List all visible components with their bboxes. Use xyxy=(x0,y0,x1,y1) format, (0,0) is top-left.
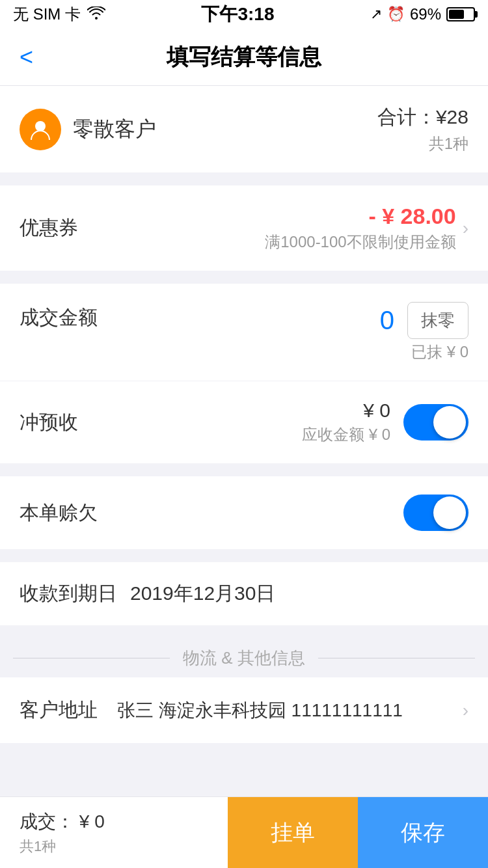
location-icon: ↗ xyxy=(370,6,382,23)
toggle-knob-2 xyxy=(433,496,466,529)
customer-name: 零散客户 xyxy=(73,115,156,144)
prepay-row: 冲预收 ¥ 0 应收金额 ¥ 0 xyxy=(0,381,488,463)
wifi-icon xyxy=(87,5,105,23)
nav-bar: < 填写结算等信息 xyxy=(0,29,488,86)
status-time: 下午3:18 xyxy=(201,2,274,27)
round-zero-button[interactable]: 抹零 xyxy=(407,302,468,339)
save-button[interactable]: 保存 xyxy=(358,797,488,869)
coupon-row[interactable]: 优惠券 - ¥ 28.00 满1000-100不限制使用金额 › xyxy=(0,185,488,271)
bottom-bar: 成交： ¥ 0 共1种 挂单 保存 xyxy=(0,796,488,868)
carrier-label: 无 SIM 卡 xyxy=(13,4,81,25)
transaction-sub: 已抹 ¥ 0 xyxy=(380,342,468,362)
address-label: 客户地址 xyxy=(20,697,98,724)
status-left: 无 SIM 卡 xyxy=(13,4,105,25)
summary-value: ¥ 0 xyxy=(79,811,105,832)
prepay-amounts: ¥ 0 应收金额 ¥ 0 xyxy=(302,400,390,445)
prepay-toggle[interactable] xyxy=(403,404,468,441)
coupon-section: 优惠券 - ¥ 28.00 满1000-100不限制使用金额 › xyxy=(0,185,488,271)
customer-left: 零散客户 xyxy=(20,109,156,150)
prepay-right: ¥ 0 应收金额 ¥ 0 xyxy=(302,400,468,445)
customer-avatar xyxy=(20,109,61,150)
arrears-label: 本单赊欠 xyxy=(20,500,98,526)
address-value: 张三 海淀永丰科技园 11111111111 xyxy=(117,698,443,723)
coupon-amount: - ¥ 28.00 xyxy=(265,204,455,229)
summary-amount: 成交： ¥ 0 xyxy=(20,809,208,834)
chevron-right-icon: › xyxy=(463,218,468,239)
toggle-knob xyxy=(433,406,466,439)
transaction-value: 0 xyxy=(380,306,394,335)
due-date-row: 收款到期日 2019年12月30日 xyxy=(0,562,488,625)
battery-icon xyxy=(446,7,475,21)
prepay-label: 冲预收 xyxy=(20,409,78,436)
divider-line-right xyxy=(318,658,475,658)
page-title: 填写结算等信息 xyxy=(167,42,321,72)
battery-label: 69% xyxy=(410,5,441,23)
total-count: 共1种 xyxy=(377,133,468,154)
prepay-value: ¥ 0 xyxy=(302,400,390,422)
hold-button[interactable]: 挂单 xyxy=(228,797,358,869)
address-row[interactable]: 客户地址 张三 海淀永丰科技园 11111111111 › xyxy=(0,677,488,743)
divider-line-left xyxy=(13,658,170,658)
summary-label: 成交： xyxy=(20,811,74,832)
coupon-label: 优惠券 xyxy=(20,215,78,241)
coupon-desc: 满1000-100不限制使用金额 xyxy=(265,232,455,252)
due-date-value: 2019年12月30日 xyxy=(130,580,275,607)
content: 零散客户 合计：¥28 共1种 优惠券 - ¥ 28.00 满1000-100不… xyxy=(0,86,488,834)
transaction-label: 成交金额 xyxy=(20,302,98,331)
customer-row: 零散客户 合计：¥28 共1种 xyxy=(0,86,488,172)
alarm-icon: ⏰ xyxy=(387,6,405,23)
address-section: 客户地址 张三 海淀永丰科技园 11111111111 › xyxy=(0,677,488,743)
total-amount: 合计：¥28 xyxy=(377,104,468,131)
address-chevron-icon: › xyxy=(463,700,468,721)
status-right: ↗ ⏰ 69% xyxy=(370,5,475,23)
customer-summary: 合计：¥28 共1种 xyxy=(377,104,468,154)
summary-count: 共1种 xyxy=(20,837,208,856)
prepay-sub: 应收金额 ¥ 0 xyxy=(302,424,390,445)
back-button[interactable]: < xyxy=(20,37,40,77)
transaction-amount-row: 成交金额 0 抹零 已抹 ¥ 0 xyxy=(0,284,488,381)
amount-right: 0 抹零 xyxy=(380,302,468,339)
due-date-label: 收款到期日 xyxy=(20,580,117,607)
coupon-right: - ¥ 28.00 满1000-100不限制使用金额 › xyxy=(265,204,468,252)
svg-point-0 xyxy=(35,121,46,131)
arrears-toggle[interactable] xyxy=(403,495,468,531)
divider-text: 物流 & 其他信息 xyxy=(183,647,305,670)
section-divider: 物流 & 其他信息 xyxy=(0,638,488,677)
status-bar: 无 SIM 卡 下午3:18 ↗ ⏰ 69% xyxy=(0,0,488,29)
bottom-summary: 成交： ¥ 0 共1种 xyxy=(0,809,228,856)
arrears-section: 本单赊欠 xyxy=(0,476,488,549)
amount-section: 成交金额 0 抹零 已抹 ¥ 0 冲预收 ¥ 0 应收金额 ¥ 0 xyxy=(0,284,488,463)
